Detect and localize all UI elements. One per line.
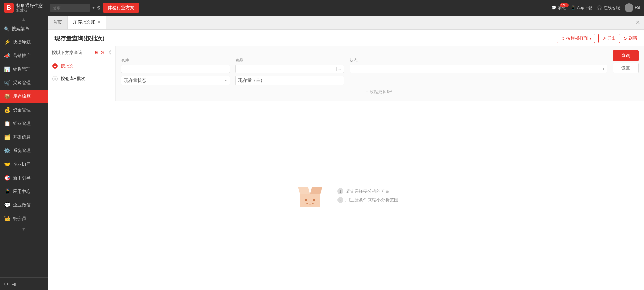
- sidebar-label-newbie: 新手引导: [13, 175, 31, 181]
- right-filter: 仓库 | ··· 商品 |: [116, 46, 644, 101]
- print-dropdown-icon[interactable]: ▾: [590, 37, 591, 40]
- collapse-row[interactable]: ⌃ 收起更多条件: [121, 87, 639, 97]
- export-label: 导出: [607, 35, 616, 41]
- filter-row-2: 现存量状态 ▾ 现存量（主） —: [121, 76, 639, 85]
- wechat-icon: 💬: [4, 202, 10, 208]
- warehouse-input[interactable]: [124, 66, 221, 71]
- sidebar-label-inventory: 库存核算: [13, 93, 31, 99]
- search-input[interactable]: [50, 4, 90, 12]
- panel-close-icon[interactable]: ✕: [635, 19, 640, 26]
- sidebar-item-enterprise[interactable]: 🤝 企业协同: [0, 158, 48, 171]
- empty-content: 1 请先选择要分析的方案 2 用过滤条件来缩小分析范围: [293, 180, 399, 211]
- inventory-icon: 📦: [4, 93, 10, 99]
- content-area: 首页 库存批次账 ✕ ✕ 现存量查询(按批次) 🖨 按模板打印 ▾: [48, 16, 644, 290]
- scheme-active-dot: ●: [52, 63, 58, 69]
- messages-button[interactable]: 💬 消息 99+: [551, 5, 566, 11]
- app-title: 畅康通好生意: [16, 3, 43, 8]
- topbar-right: 💬 消息 99+ 📱 App下载 🎧 在线客服 Rit: [551, 3, 640, 12]
- warehouse-dots-icon[interactable]: ···: [223, 67, 227, 71]
- sidebar-item-quick-nav[interactable]: ⚡ 快捷导航: [0, 35, 48, 49]
- status-label: 状态: [350, 58, 607, 64]
- dropdown-arrow-icon[interactable]: ▾: [92, 5, 95, 10]
- tab-inventory-batch[interactable]: 库存批次账 ✕: [68, 16, 106, 29]
- scheme-warehouse-batch-label: 按仓库+批次: [61, 76, 85, 82]
- member-icon: 👑: [4, 216, 10, 222]
- left-panel-header-label: 按以下方案查询: [52, 50, 83, 56]
- sidebar-label-enterprise: 企业协同: [13, 161, 31, 167]
- print-label: 按模板打印: [566, 35, 588, 41]
- export-button[interactable]: ↗ 导出: [598, 34, 620, 43]
- newbie-icon: 🎯: [4, 175, 10, 181]
- messages-badge: 99+: [560, 3, 569, 7]
- online-service-label: 在线客服: [604, 5, 620, 11]
- app-subtitle: 标准版: [16, 8, 43, 13]
- sidebar-item-finance[interactable]: 💰 资金管理: [0, 103, 48, 117]
- sidebar-item-wechat[interactable]: 💬 企业微信: [0, 198, 48, 212]
- status-filter-group: 状态 ▾: [350, 58, 607, 73]
- settings-bottom-icon[interactable]: ⚙: [4, 281, 9, 287]
- tab-home[interactable]: 首页: [48, 16, 68, 29]
- filter-row-1: 仓库 | ··· 商品 |: [121, 50, 639, 73]
- online-service-button[interactable]: 🎧 在线客服: [597, 5, 620, 11]
- product-input[interactable]: [238, 66, 335, 71]
- stock-qty-input[interactable]: [275, 78, 302, 83]
- sidebar-item-sales[interactable]: 📊 销售管理: [0, 62, 48, 76]
- sidebar-item-inventory[interactable]: 📦 库存核算: [0, 90, 48, 103]
- scheme-add-icon[interactable]: ⊕: [94, 50, 98, 56]
- step-1-badge: 1: [337, 188, 343, 194]
- sidebar-item-marketing[interactable]: 📣 营销推广: [0, 49, 48, 62]
- topbar-gear-icon[interactable]: ⚙: [97, 5, 101, 11]
- sidebar-item-system[interactable]: ⚙️ 系统管理: [0, 144, 48, 158]
- app-download-button[interactable]: 📱 App下载: [571, 5, 592, 11]
- appcenter-icon: 📱: [4, 188, 10, 195]
- filter-area: 按以下方案查询 ⊕ ⊙ 《 ● 按批次 ○ 按仓库+批次: [48, 46, 644, 101]
- empty-text: 1 请先选择要分析的方案 2 用过滤条件来缩小分析范围: [337, 188, 399, 203]
- svg-marker-2: [310, 187, 322, 194]
- app-download-icon: 📱: [571, 5, 576, 10]
- page-header: 现存量查询(按批次) 🖨 按模板打印 ▾ ↗ 导出 ↻ 刷新: [48, 30, 644, 46]
- empty-svg: [293, 180, 327, 211]
- trial-button[interactable]: 体验行业方案: [103, 3, 139, 13]
- sidebar-scroll-down[interactable]: ▼: [0, 225, 48, 232]
- page-title: 现存量查询(按批次): [54, 35, 104, 42]
- sidebar-bottom: ⚙ ◀: [0, 277, 48, 290]
- message-icon: 💬: [551, 5, 556, 10]
- status-select[interactable]: [353, 66, 603, 71]
- collapse-sidebar-icon[interactable]: ◀: [12, 281, 16, 287]
- scheme-item-warehouse-batch[interactable]: ○ 按仓库+批次: [48, 72, 115, 85]
- sidebar-item-operation[interactable]: 📋 经营管理: [0, 117, 48, 130]
- sidebar-item-basic[interactable]: 🗂️ 基础信息: [0, 130, 48, 144]
- enterprise-icon: 🤝: [4, 161, 10, 167]
- left-panel-collapse-icon[interactable]: 《: [106, 50, 111, 56]
- sidebar-item-appcenter[interactable]: 📱 应用中心: [0, 185, 48, 198]
- sidebar-label-marketing: 营销推广: [13, 53, 31, 59]
- user-avatar-button[interactable]: Rit: [625, 3, 640, 12]
- page-content: 现存量查询(按批次) 🖨 按模板打印 ▾ ↗ 导出 ↻ 刷新: [48, 30, 644, 290]
- tab-close-icon[interactable]: ✕: [97, 20, 101, 24]
- status-select-wrap: ▾: [350, 65, 607, 73]
- sidebar-scroll-up[interactable]: ▲: [0, 16, 48, 22]
- scheme-settings-icon[interactable]: ⊙: [100, 50, 104, 56]
- scheme-item-batch[interactable]: ● 按批次: [48, 59, 115, 72]
- sidebar-item-newbie[interactable]: 🎯 新手引导: [0, 171, 48, 185]
- product-dots-icon[interactable]: ···: [338, 67, 341, 71]
- sidebar-label-quick-nav: 快捷导航: [13, 39, 31, 45]
- stock-status-chevron-icon: ▾: [225, 79, 227, 83]
- warehouse-label: 仓库: [121, 58, 230, 64]
- left-panel: 按以下方案查询 ⊕ ⊙ 《 ● 按批次 ○ 按仓库+批次: [48, 46, 116, 101]
- status-chevron-icon: ▾: [603, 67, 604, 71]
- tab-inventory-batch-label: 库存批次账: [73, 19, 95, 25]
- sidebar-item-purchase[interactable]: 🛒 采购管理: [0, 76, 48, 90]
- sidebar-search[interactable]: 🔍 搜索菜单: [0, 22, 48, 35]
- stock-status-filter-group: 现存量状态 ▾: [121, 76, 230, 85]
- print-button[interactable]: 🖨 按模板打印 ▾: [557, 34, 595, 43]
- sidebar-item-member[interactable]: 👑 畅会员: [0, 212, 48, 225]
- warehouse-input-wrap: | ···: [121, 65, 230, 73]
- marketing-icon: 📣: [4, 53, 10, 59]
- query-button[interactable]: 查询: [613, 50, 639, 61]
- main-layout: ▲ 🔍 搜索菜单 ⚡ 快捷导航 📣 营销推广 📊 销售管理 🛒 采购管理 📦 库…: [0, 16, 644, 290]
- refresh-button[interactable]: ↻ 刷新: [623, 35, 637, 41]
- tab-home-label: 首页: [53, 19, 62, 25]
- system-icon: ⚙️: [4, 148, 10, 154]
- settings-button[interactable]: 设置: [613, 63, 639, 73]
